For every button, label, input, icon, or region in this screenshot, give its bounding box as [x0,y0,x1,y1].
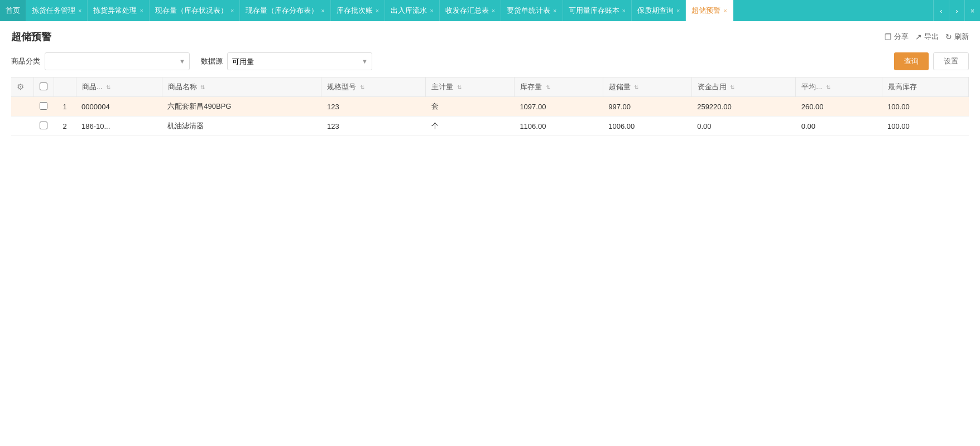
filter-buttons: 查询 设置 [894,52,969,70]
table-header: ⚙ 商品... ⇅ 商品名称 ⇅ 规格型号 ⇅ [11,77,969,97]
datasource-label: 数据源 [201,56,223,66]
nav-stock-dist[interactable]: 现存量（库存分布表） × [240,0,330,21]
nav-arrow-right[interactable]: › [949,0,964,21]
table-row: 2 186-10... 机油滤清器 123 个 1106.00 1006.00 … [11,117,969,136]
nav-overstock-warning[interactable]: 超储预警 × [686,0,733,21]
row-max-stock: 100.00 [882,117,968,136]
th-capital[interactable]: 资金占用 ⇅ [691,77,796,97]
row-stock: 1097.00 [514,97,603,117]
nav-stock-status[interactable]: 现存量（库存状况表） × [150,0,240,21]
th-max-stock[interactable]: 最高库存 [882,77,968,97]
header-actions: ❐ 分享 ↗ 导出 ↻ 刷新 [885,32,969,42]
close-icon[interactable]: × [553,7,556,14]
close-icon[interactable]: × [140,7,143,14]
row-stock: 1106.00 [514,117,603,136]
nav-available-ledger[interactable]: 可用量库存账本 × [563,0,632,21]
sort-icon: ⇅ [106,84,111,90]
datasource-select[interactable]: 可用量 库存量 [227,52,372,70]
export-button[interactable]: ↗ 导出 [915,32,939,42]
close-icon[interactable]: × [492,7,495,14]
category-select-wrapper: ▼ [45,52,190,70]
th-stock[interactable]: 库存量 ⇅ [514,77,603,97]
th-overstock[interactable]: 超储量 ⇅ [603,77,691,97]
sort-icon: ⇅ [546,84,550,90]
page-title: 超储预警 [11,30,51,43]
th-spec[interactable]: 规格型号 ⇅ [321,77,426,97]
row-checkbox[interactable] [40,102,47,110]
page-content: 超储预警 ❐ 分享 ↗ 导出 ↻ 刷新 商品分类 ▼ [0,21,980,446]
datasource-select-wrapper: 可用量 库存量 ▼ [227,52,372,70]
row-capital: 259220.00 [691,97,796,117]
close-icon[interactable]: × [78,7,81,14]
row-spec: 123 [321,117,426,136]
row-settings-cell [11,97,33,117]
nav-order-stat[interactable]: 要货单统计表 × [501,0,563,21]
row-unit: 套 [426,97,515,117]
sort-icon: ⇅ [730,84,734,90]
th-product-code[interactable]: 商品... ⇅ [76,77,162,97]
sort-icon: ⇅ [826,84,830,90]
row-capital: 0.00 [691,117,796,136]
sort-icon: ⇅ [634,84,638,90]
query-button[interactable]: 查询 [894,52,929,70]
nav-abnormal[interactable]: 拣货异常处理 × [88,0,149,21]
sort-icon: ⇅ [457,84,462,90]
th-unit[interactable]: 主计量 ⇅ [426,77,515,97]
nav-recv-summary[interactable]: 收发存汇总表 × [440,0,501,21]
row-overstock: 997.00 [603,97,691,117]
nav-arrow-left[interactable]: ‹ [933,0,949,21]
close-icon[interactable]: × [676,7,680,14]
row-avg: 0.00 [796,117,882,136]
select-all-checkbox[interactable] [40,83,47,90]
close-icon[interactable]: × [376,7,379,14]
top-navigation: 首页 拣货任务管理 × 拣货异常处理 × 现存量（库存状况表） × 现存量（库存… [0,0,980,21]
th-avg[interactable]: 平均... ⇅ [796,77,882,97]
table-body: 1 0000004 六配套新昌490BPG 123 套 1097.00 997.… [11,97,969,136]
share-icon: ❐ [885,32,892,41]
row-avg: 260.00 [796,97,882,117]
row-product-name: 六配套新昌490BPG [162,97,321,117]
row-checkbox-cell [33,97,54,117]
share-button[interactable]: ❐ 分享 [885,32,909,42]
row-spec: 123 [321,97,426,117]
row-num: 1 [54,97,76,117]
category-select[interactable] [45,52,190,70]
sort-icon: ⇅ [360,84,364,90]
row-checkbox[interactable] [40,122,47,129]
th-checkbox [33,77,54,97]
th-product-name[interactable]: 商品名称 ⇅ [162,77,321,97]
th-settings: ⚙ [11,77,33,97]
row-product-code: 186-10... [76,117,162,136]
row-num: 2 [54,117,76,136]
row-max-stock: 100.00 [882,97,968,117]
row-unit: 个 [426,117,515,136]
nav-home[interactable]: 首页 [0,0,26,21]
row-settings-cell [11,117,33,136]
filter-row: 商品分类 ▼ 数据源 可用量 库存量 ▼ 查询 设置 [11,52,969,70]
close-icon[interactable]: × [230,7,234,14]
refresh-button[interactable]: ↻ 刷新 [945,32,969,42]
export-icon: ↗ [915,32,922,41]
datasource-filter: 数据源 可用量 库存量 ▼ [201,52,372,70]
close-icon[interactable]: × [430,7,433,14]
th-rownum [54,77,76,97]
settings-button[interactable]: 设置 [933,52,969,70]
nav-inout-flow[interactable]: 出入库流水 × [385,0,439,21]
nav-task-mgmt[interactable]: 拣货任务管理 × [26,0,88,21]
nav-arrow-close[interactable]: × [964,0,980,21]
row-checkbox-cell [33,117,54,136]
close-icon[interactable]: × [723,7,727,14]
nav-expiry[interactable]: 保质期查询 × [632,0,686,21]
gear-icon[interactable]: ⚙ [17,82,24,91]
row-overstock: 1006.00 [603,117,691,136]
row-product-name: 机油滤清器 [162,117,321,136]
table-row: 1 0000004 六配套新昌490BPG 123 套 1097.00 997.… [11,97,969,117]
close-icon[interactable]: × [622,7,626,14]
category-label: 商品分类 [11,56,40,66]
refresh-icon: ↻ [945,32,952,41]
row-product-code: 0000004 [76,97,162,117]
page-header: 超储预警 ❐ 分享 ↗ 导出 ↻ 刷新 [11,30,969,43]
nav-batch[interactable]: 库存批次账 × [331,0,385,21]
nav-arrow-group: ‹ › × [933,0,980,21]
close-icon[interactable]: × [321,7,324,14]
